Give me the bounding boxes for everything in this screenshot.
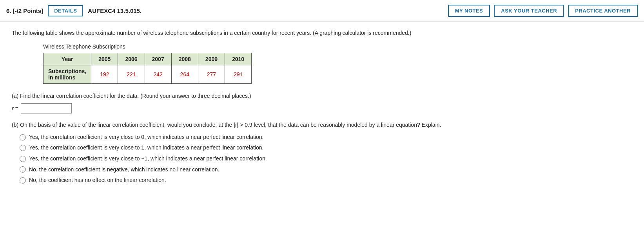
details-button[interactable]: DETAILS xyxy=(48,5,83,16)
radio-label-4: No, the correlation coefficient is negat… xyxy=(29,166,219,174)
col-header-2008: 2008 xyxy=(171,53,198,65)
val-2008: 264 xyxy=(171,65,198,84)
my-notes-button[interactable]: MY NOTES xyxy=(448,5,490,17)
practice-another-button[interactable]: PRACTICE ANOTHER xyxy=(568,5,638,17)
page-header: 6. [-/2 Points] DETAILS AUFEXC4 13.5.015… xyxy=(0,0,644,22)
radio-label-2: Yes, the correlation coefficient is very… xyxy=(29,144,263,152)
col-header-year: Year xyxy=(44,53,91,65)
radio-label-3: Yes, the correlation coefficient is very… xyxy=(29,155,267,163)
col-header-2009: 2009 xyxy=(198,53,225,65)
main-content: The following table shows the approximat… xyxy=(0,22,644,199)
radio-option-4[interactable]: No, the correlation coefficient is negat… xyxy=(20,166,632,174)
radio-options-group: Yes, the correlation coefficient is very… xyxy=(20,133,632,184)
part-a-section: (a) Find the linear correlation coeffici… xyxy=(12,92,632,113)
col-header-2005: 2005 xyxy=(91,53,118,65)
part-b-question: (b) On the basis of the value of the lin… xyxy=(12,121,632,129)
radio-input-1[interactable] xyxy=(20,134,26,140)
header-left: 6. [-/2 Points] DETAILS AUFEXC4 13.5.015… xyxy=(6,5,448,16)
radio-label-1: Yes, the correlation coefficient is very… xyxy=(29,133,263,141)
radio-option-2[interactable]: Yes, the correlation coefficient is very… xyxy=(20,144,632,152)
radio-input-5[interactable] xyxy=(20,177,26,184)
r-value-input[interactable] xyxy=(21,103,72,113)
val-2010: 291 xyxy=(225,65,252,84)
part-a-question: (a) Find the linear correlation coeffici… xyxy=(12,92,632,100)
table-header-row: Year 2005 2006 2007 2008 2009 2010 xyxy=(44,53,252,65)
points-label: 6. [-/2 Points] xyxy=(6,7,43,14)
ask-teacher-button[interactable]: ASK YOUR TEACHER xyxy=(494,5,564,17)
problem-id: AUFEXC4 13.5.015. xyxy=(88,7,141,14)
radio-input-2[interactable] xyxy=(20,145,26,151)
table-data-row: Subscriptions,in millions 192 221 242 26… xyxy=(44,65,252,84)
header-right: MY NOTES ASK YOUR TEACHER PRACTICE ANOTH… xyxy=(448,5,638,17)
data-table: Year 2005 2006 2007 2008 2009 2010 Subsc… xyxy=(43,53,252,84)
part-b-section: (b) On the basis of the value of the lin… xyxy=(12,121,632,184)
val-2009: 277 xyxy=(198,65,225,84)
col-header-2006: 2006 xyxy=(118,53,145,65)
radio-label-5: No, the coefficient has no effect on the… xyxy=(29,176,166,184)
val-2005: 192 xyxy=(91,65,118,84)
radio-input-4[interactable] xyxy=(20,166,26,173)
val-2007: 242 xyxy=(145,65,171,84)
row-label: Subscriptions,in millions xyxy=(44,65,91,84)
r-input-row: r = xyxy=(12,103,632,113)
intro-text: The following table shows the approximat… xyxy=(12,29,632,37)
r-equals-label: r = xyxy=(12,105,18,112)
radio-input-3[interactable] xyxy=(20,156,26,162)
col-header-2007: 2007 xyxy=(145,53,171,65)
table-title: Wireless Telephone Subscriptions xyxy=(43,43,632,50)
col-header-2010: 2010 xyxy=(225,53,252,65)
radio-option-3[interactable]: Yes, the correlation coefficient is very… xyxy=(20,155,632,163)
val-2006: 221 xyxy=(118,65,145,84)
radio-option-1[interactable]: Yes, the correlation coefficient is very… xyxy=(20,133,632,141)
data-table-wrapper: Year 2005 2006 2007 2008 2009 2010 Subsc… xyxy=(43,53,632,84)
radio-option-5[interactable]: No, the coefficient has no effect on the… xyxy=(20,176,632,184)
